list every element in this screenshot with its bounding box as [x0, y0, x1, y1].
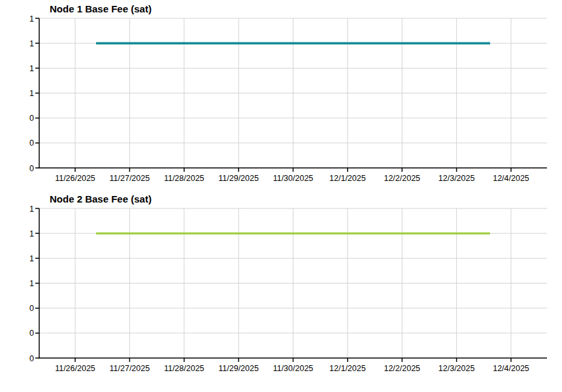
x-tick-label: 11/29/2025	[218, 174, 259, 183]
x-tick-label: 11/30/2025	[273, 364, 314, 373]
x-tick-label: 11/26/2025	[55, 174, 95, 183]
x-tick-label: 11/28/2025	[164, 364, 205, 373]
charts-page: Node 1 Base Fee (sat) 111100011/26/20251…	[0, 0, 562, 392]
x-tick-label: 11/29/2025	[218, 364, 259, 373]
chart-node2-plot: 111100011/26/202511/27/202511/28/202511/…	[0, 190, 562, 392]
x-tick-label: 12/1/2025	[329, 174, 366, 183]
y-tick-label: 1	[29, 89, 34, 98]
y-tick-label: 0	[29, 114, 34, 123]
x-tick-label: 12/4/2025	[493, 174, 529, 183]
x-tick-label: 12/3/2025	[438, 364, 475, 373]
y-tick-label: 1	[29, 204, 34, 214]
x-tick-label: 12/2/2025	[384, 174, 420, 183]
y-tick-label: 1	[29, 279, 34, 288]
x-tick-label: 11/26/2025	[55, 364, 95, 373]
x-tick-label: 11/30/2025	[273, 174, 314, 183]
x-tick-label: 12/3/2025	[438, 174, 475, 183]
chart-node2-base-fee: Node 2 Base Fee (sat) 111100011/26/20251…	[0, 190, 562, 392]
y-tick-label: 1	[29, 39, 34, 48]
y-tick-label: 1	[29, 229, 34, 238]
y-tick-label: 1	[29, 14, 34, 24]
x-tick-label: 11/27/2025	[110, 174, 150, 183]
y-tick-label: 0	[29, 304, 34, 313]
y-tick-label: 1	[29, 254, 34, 263]
x-tick-label: 12/4/2025	[493, 364, 529, 373]
y-tick-label: 0	[29, 164, 34, 173]
y-tick-label: 0	[29, 139, 34, 148]
y-tick-label: 0	[29, 354, 34, 363]
y-tick-label: 0	[29, 329, 34, 338]
x-tick-label: 12/1/2025	[329, 364, 366, 373]
x-tick-label: 11/28/2025	[164, 174, 205, 183]
chart-node1-plot: 111100011/26/202511/27/202511/28/202511/…	[0, 0, 562, 190]
x-tick-label: 11/27/2025	[110, 364, 150, 373]
chart-node1-base-fee: Node 1 Base Fee (sat) 111100011/26/20251…	[0, 0, 562, 190]
y-tick-label: 1	[29, 64, 34, 73]
x-tick-label: 12/2/2025	[384, 364, 420, 373]
